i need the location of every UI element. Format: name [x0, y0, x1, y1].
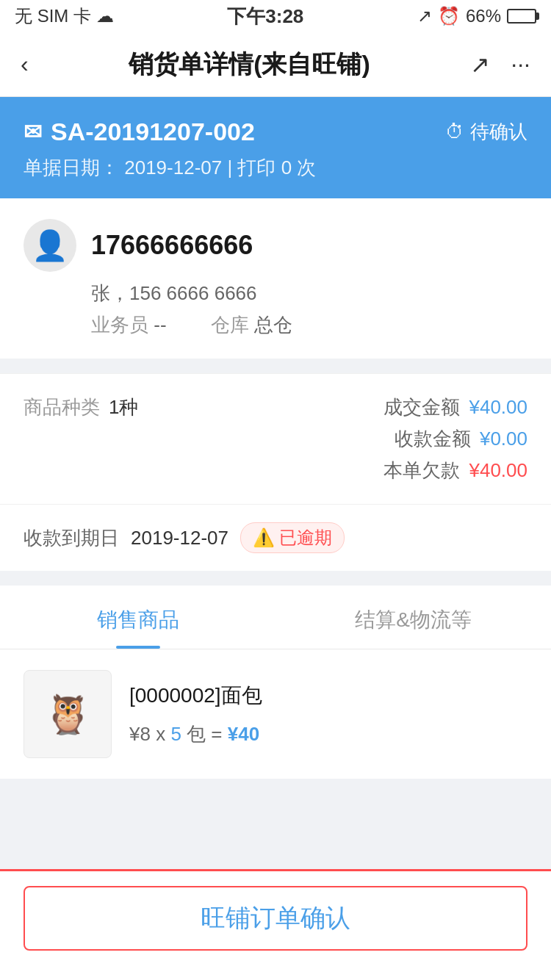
status-text: 待确认 — [470, 119, 527, 145]
location-icon: ↗ — [417, 6, 432, 26]
avatar-icon: 👤 — [32, 228, 68, 263]
owing-label: 本单欠款 — [383, 458, 460, 483]
due-date-label: 收款到期日 — [24, 525, 119, 551]
confirm-order-button[interactable]: 旺铺订单确认 — [24, 886, 527, 951]
summary-card: 商品种类 1种 成交金额 ¥40.00 收款金额 ¥0.00 本单欠款 ¥40.… — [0, 374, 551, 504]
order-status-badge: ⏱ 待确认 — [445, 119, 527, 145]
product-price-row: ¥8 x 5 包 = ¥40 — [129, 721, 527, 747]
page-title: 销货单详情(来自旺铺) — [129, 48, 370, 82]
share-button[interactable]: ↗ — [470, 51, 490, 79]
overdue-badge: ⚠️ 已逾期 — [240, 522, 345, 553]
deal-amount: ¥40.00 — [469, 396, 527, 419]
alarm-icon: ⏰ — [438, 6, 460, 26]
battery-percent: 66% — [466, 6, 501, 26]
product-unit: 包 — [187, 723, 206, 745]
product-unit-price: ¥8 — [129, 723, 151, 745]
tab-settlement-logistics[interactable]: 结算&物流等 — [276, 586, 551, 649]
overdue-text: 已逾期 — [279, 526, 332, 550]
due-date-section: 收款到期日 2019-12-07 ⚠️ 已逾期 — [0, 504, 551, 571]
tab-sales-products[interactable]: 销售商品 — [0, 586, 276, 649]
table-row: 🦉 [0000002]面包 ¥8 x 5 包 = ¥40 — [0, 649, 551, 779]
avatar: 👤 — [24, 219, 76, 272]
warehouse: 仓库 总仓 — [211, 312, 292, 338]
back-button[interactable]: ‹ — [21, 51, 29, 78]
order-header-card: ✉ SA-20191207-002 ⏱ 待确认 单据日期： 2019-12-07… — [0, 97, 551, 198]
product-thumbnail-icon: 🦉 — [44, 692, 92, 737]
price-multiply: x — [156, 723, 170, 745]
tabs-section: 销售商品 结算&物流等 🦉 [0000002]面包 ¥8 x 5 包 = ¥40 — [0, 586, 551, 779]
deal-amount-label: 成交金额 — [383, 394, 460, 420]
product-info: [0000002]面包 ¥8 x 5 包 = ¥40 — [129, 682, 527, 747]
product-quantity: 5 — [170, 723, 181, 745]
customer-name: 张，156 6666 6666 — [91, 281, 527, 306]
overdue-warning-icon: ⚠️ — [253, 527, 275, 548]
amount-section: 成交金额 ¥40.00 收款金额 ¥0.00 本单欠款 ¥40.00 — [383, 394, 527, 483]
received-label: 收款金额 — [395, 426, 471, 452]
status-time: 下午3:28 — [227, 4, 303, 29]
due-date-value: 2019-12-07 — [131, 527, 228, 550]
nav-bar: ‹ 销货单详情(来自旺铺) ↗ ··· — [0, 32, 551, 97]
order-id: ✉ SA-20191207-002 — [24, 118, 255, 146]
status-bar: 无 SIM 卡 ☁ 下午3:28 ↗ ⏰ 66% — [0, 0, 551, 32]
sim-status: 无 SIM 卡 ☁ — [15, 4, 114, 28]
price-equals: = — [211, 723, 227, 745]
product-list: 🦉 [0000002]面包 ¥8 x 5 包 = ¥40 — [0, 649, 551, 779]
received-amount: ¥0.00 — [480, 428, 527, 450]
order-date-row: 单据日期： 2019-12-07 | 打印 0 次 — [24, 155, 527, 181]
status-right: ↗ ⏰ 66% — [417, 6, 536, 26]
customer-phone: 17666666666 — [91, 230, 253, 261]
status-left: 无 SIM 卡 ☁ — [15, 4, 114, 28]
product-image: 🦉 — [24, 670, 112, 758]
product-total: ¥40 — [228, 723, 259, 745]
sales-rep: 业务员 -- — [91, 312, 167, 338]
product-name: [0000002]面包 — [129, 682, 527, 710]
customer-card: 👤 17666666666 张，156 6666 6666 业务员 -- 仓库 … — [0, 198, 551, 359]
owing-amount: ¥40.00 — [469, 459, 527, 482]
battery-icon — [507, 9, 536, 24]
status-clock-icon: ⏱ — [445, 120, 464, 143]
product-kind-section: 商品种类 1种 — [24, 394, 138, 420]
nav-actions: ↗ ··· — [470, 51, 530, 79]
order-icon: ✉ — [24, 119, 42, 145]
more-button[interactable]: ··· — [511, 51, 530, 78]
bottom-bar: 旺铺订单确认 — [0, 869, 551, 980]
